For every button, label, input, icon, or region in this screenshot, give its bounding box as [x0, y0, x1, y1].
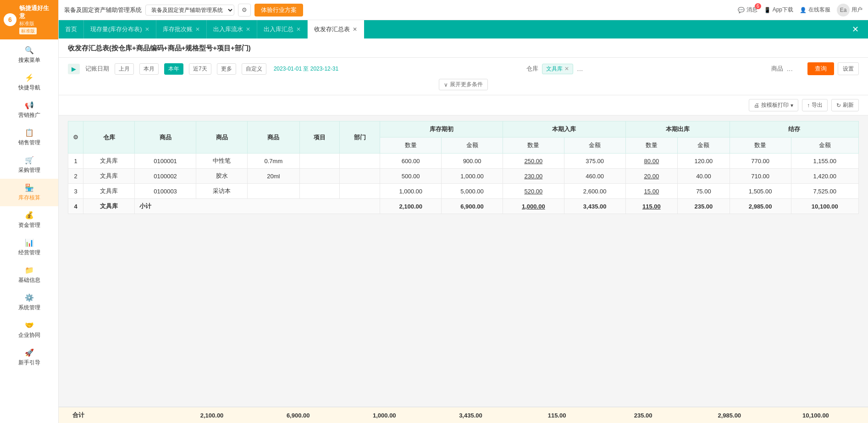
- row-name: 中性笔: [196, 154, 247, 169]
- row-warehouse: 文具库: [83, 154, 135, 169]
- system-selector[interactable]: 装备及固定资产辅助管理系统: [145, 5, 234, 16]
- inventory-icon: 🏪: [25, 183, 34, 192]
- footer-values: 2,100.00 6,900.00 1,000.00 3,435.00 115.…: [169, 412, 859, 419]
- sidebar-tag: 标准版: [19, 27, 37, 34]
- warehouse-dots-btn[interactable]: ...: [577, 65, 583, 73]
- export-btn[interactable]: ↑ 导出: [802, 99, 828, 111]
- sidebar-item-system[interactable]: ⚙️系统管理: [0, 289, 58, 316]
- operation-icon: 📊: [25, 238, 34, 247]
- query-btn[interactable]: 查询: [807, 62, 834, 75]
- sales-icon: 📋: [25, 128, 34, 137]
- search-menu-label: 搜索菜单: [18, 56, 40, 64]
- warehouse-tag-close-btn[interactable]: ✕: [564, 66, 569, 72]
- row-in-qty[interactable]: 230.00: [503, 169, 564, 184]
- row-spec: [248, 184, 300, 199]
- dept-col-header: 部门: [340, 121, 380, 154]
- sidebar-item-purchase[interactable]: 🛒采购管理: [0, 151, 58, 179]
- date-btn-more[interactable]: 更多: [217, 63, 236, 75]
- sidebar-item-quick-nav[interactable]: ⚡快捷导航: [0, 69, 58, 96]
- row-out-qty[interactable]: 20.00: [625, 169, 678, 184]
- print-btn[interactable]: 🖨 按模板打印 ▾: [749, 99, 798, 111]
- row-bal-amt: 7,525.00: [791, 184, 858, 199]
- date-btn-custom[interactable]: 自定义: [242, 63, 266, 75]
- sidebar-logo[interactable]: 6 畅捷通好生意 标准版 标准版: [0, 0, 58, 39]
- tab-home[interactable]: 首页: [59, 20, 84, 38]
- app-label: App下载: [773, 6, 793, 14]
- user-avatar: Ea: [837, 4, 850, 16]
- tab-batch[interactable]: 库存批次账 ✕: [156, 20, 207, 38]
- tab-summary[interactable]: 出入库汇总 ✕: [257, 20, 308, 38]
- table-header-row: ⚙ 仓库 商品 商品 商品 项目 部门 库存期初 本期入库 本期出库 结存: [68, 121, 859, 137]
- system-label: 系统管理: [18, 304, 40, 312]
- date-btn-this-month[interactable]: 本月: [139, 63, 159, 75]
- bal-amt-header: 金额: [791, 137, 858, 154]
- search-menu-icon: 🔍: [25, 46, 34, 55]
- col-settings-icon[interactable]: ⚙: [73, 134, 78, 141]
- experience-btn[interactable]: 体验行业方案: [254, 4, 303, 16]
- subtotal-out-qty: 115.00: [625, 199, 678, 214]
- basic-label: 基础信息: [18, 276, 40, 284]
- sidebar-nav: 🔍搜索菜单⚡快捷导航📢营销推广📋销售管理🛒采购管理🏪库存核算💰资金管理📊经营管理…: [0, 39, 58, 423]
- guide-icon: 🚀: [25, 348, 34, 357]
- app-icon: 📱: [764, 7, 771, 13]
- tab-inventory-dist[interactable]: 现存量(库存分布表) ✕: [84, 20, 156, 38]
- in-amt-header: 金额: [564, 137, 625, 154]
- sidebar-item-operation[interactable]: 📊经营管理: [0, 234, 58, 261]
- row-out-amt: 40.00: [678, 169, 730, 184]
- warehouse-filter: 仓库 文具库 ✕ ...: [526, 64, 583, 74]
- date-label: 记账日期: [85, 65, 109, 73]
- sidebar-item-finance[interactable]: 💰资金管理: [0, 206, 58, 234]
- tab-close-receive-send[interactable]: ✕: [353, 26, 357, 33]
- subtotal-label: 小计: [135, 199, 380, 214]
- app-download-btn[interactable]: 📱 App下载: [764, 6, 793, 14]
- guide-label: 新手引导: [18, 359, 40, 367]
- content-area: 收发存汇总表(按仓库+商品编码+商品+规格型号+项目+部门) ▶ 记账日期 上月…: [59, 38, 868, 423]
- date-btn-last-month[interactable]: 上月: [115, 63, 134, 75]
- row-in-amt: 460.00: [564, 169, 625, 184]
- filter-toggle-btn[interactable]: ▶: [68, 64, 80, 74]
- sidebar-item-search-menu[interactable]: 🔍搜索菜单: [0, 41, 58, 69]
- open-amt-header: 金额: [442, 137, 503, 154]
- service-icon: 👤: [800, 7, 807, 13]
- tab-close-summary[interactable]: ✕: [296, 26, 301, 33]
- sidebar: 6 畅捷通好生意 标准版 标准版 🔍搜索菜单⚡快捷导航📢营销推广📋销售管理🛒采购…: [0, 0, 59, 423]
- inventory-label: 库存核算: [18, 194, 40, 202]
- total-label: 合计: [68, 411, 160, 419]
- sidebar-item-sales[interactable]: 📋销售管理: [0, 124, 58, 151]
- row-in-qty[interactable]: 520.00: [503, 184, 564, 199]
- goods-dots-btn[interactable]: ...: [787, 65, 793, 73]
- row-code: 0100001: [135, 154, 196, 169]
- sidebar-item-enterprise[interactable]: 🤝企业协同: [0, 316, 58, 344]
- tab-close-flow[interactable]: ✕: [246, 26, 250, 33]
- sidebar-item-basic[interactable]: 📁基础信息: [0, 261, 58, 289]
- sidebar-item-guide[interactable]: 🚀新手引导: [0, 344, 58, 371]
- row-out-qty[interactable]: 15.00: [625, 184, 678, 199]
- row-out-qty[interactable]: 80.00: [625, 154, 678, 169]
- filter-row-1: ▶ 记账日期 上月 本月 本年 近7天 更多 自定义 2023-01-01 至 …: [68, 62, 859, 75]
- sidebar-item-marketing[interactable]: 📢营销推广: [0, 96, 58, 124]
- row-project: [299, 169, 340, 184]
- tab-flow[interactable]: 出入库流水 ✕: [207, 20, 257, 38]
- settings-btn[interactable]: 设置: [838, 62, 859, 75]
- close-all-tabs-btn[interactable]: ✕: [848, 24, 862, 34]
- tab-close-batch[interactable]: ✕: [195, 26, 200, 33]
- total-out-amt: 235.00: [600, 412, 686, 419]
- goods-label: 商品: [771, 65, 783, 73]
- tab-label-summary: 出入库汇总: [264, 25, 293, 33]
- expand-conditions-btn[interactable]: ∨ 展开更多条件: [439, 79, 488, 90]
- gear-button[interactable]: ⚙: [238, 4, 251, 16]
- row-index: 3: [68, 184, 83, 199]
- online-service-btn[interactable]: 👤 在线客服: [800, 6, 830, 14]
- date-btn-this-year[interactable]: 本年: [164, 63, 183, 75]
- sidebar-item-inventory[interactable]: 🏪库存核算: [0, 179, 58, 206]
- user-btn[interactable]: Ea 用户: [837, 4, 862, 16]
- row-in-qty[interactable]: 250.00: [503, 154, 564, 169]
- row-project: [299, 154, 340, 169]
- user-label: 用户: [851, 6, 862, 14]
- tab-receive-send[interactable]: 收发存汇总表 ✕: [308, 20, 364, 38]
- refresh-btn[interactable]: ↻ 刷新: [831, 99, 859, 111]
- row-index: 2: [68, 169, 83, 184]
- message-btn[interactable]: 💬 消息 6: [738, 6, 757, 14]
- date-btn-7days[interactable]: 近7天: [189, 63, 211, 75]
- tab-close-inventory-dist[interactable]: ✕: [145, 26, 149, 33]
